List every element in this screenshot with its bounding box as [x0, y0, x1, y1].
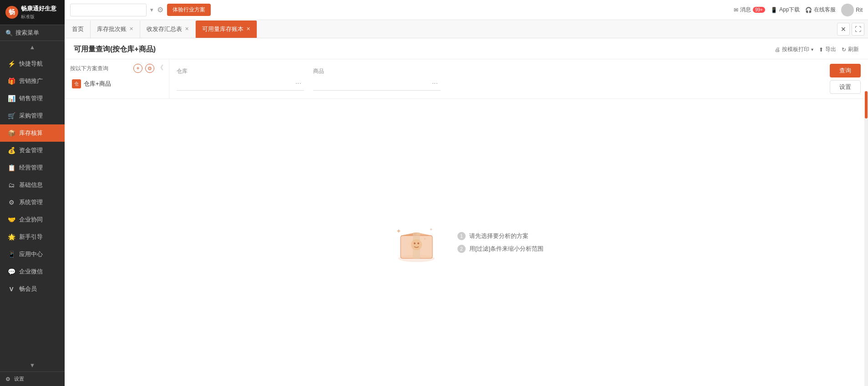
settings-scheme-button[interactable]: ⚙ [145, 64, 154, 73]
add-scheme-button[interactable]: + [133, 64, 142, 73]
username-label: Rit [856, 7, 863, 13]
tab-batch-ledger-label: 库存批次账 [97, 25, 127, 33]
right-scrollbar[interactable] [864, 91, 868, 386]
refresh-label: 刷新 [848, 46, 859, 53]
tip-text-2: 用[过滤]条件来缩小分析范围 [469, 245, 543, 253]
refresh-icon: ↻ [842, 46, 846, 53]
tab-batch-ledger-close[interactable]: ✕ [129, 26, 133, 32]
page-header-actions: 🖨 按模板打印 ▾ ⬆ 导出 ↻ 刷新 [775, 46, 859, 53]
avatar [841, 4, 854, 16]
query-button[interactable]: 查询 [830, 64, 861, 77]
online-service-label: 在线客服 [814, 6, 836, 14]
svg-point-6 [411, 239, 422, 250]
tab-batch-ledger[interactable]: 库存批次账 ✕ [91, 21, 140, 38]
messages-label: 消息 [740, 6, 751, 14]
user-avatar-area[interactable]: Rit [841, 4, 863, 16]
newbie-icon: 🌟 [7, 233, 15, 241]
system-icon: ⚙ [7, 198, 15, 206]
scrollbar-thumb [865, 91, 868, 118]
warehouse-field-input[interactable]: ··· [177, 77, 304, 91]
warehouse-more-button[interactable]: ··· [295, 79, 301, 87]
sidebar-search-button[interactable]: 🔍 搜索菜单 [5, 29, 59, 37]
product-field-input[interactable]: ··· [313, 77, 441, 91]
sidebar-search-area[interactable]: 🔍 搜索菜单 [0, 25, 65, 41]
sidebar-item-wechat[interactable]: 💬 企业微信 [0, 263, 65, 280]
sidebar-item-enterprise[interactable]: 🤝 企业协同 [0, 211, 65, 228]
empty-tip-1: 1 请先选择要分析的方案 [457, 232, 543, 240]
sidebar-item-label: 企业微信 [19, 268, 43, 276]
scheme-label: 按以下方案查询 [70, 65, 108, 72]
sidebar-item-label: 销售管理 [19, 94, 43, 103]
industry-solution-button[interactable]: 体验行业方案 [167, 4, 211, 16]
tip-num-1: 1 [457, 232, 466, 240]
purchase-icon: 🛒 [7, 112, 15, 120]
sidebar-scroll-down[interactable]: ▼ [0, 359, 65, 371]
tab-expand-button[interactable]: ⛶ [852, 23, 864, 36]
filter-settings-button[interactable]: 设置 [830, 80, 861, 94]
sidebar-search-label: 搜索菜单 [15, 29, 39, 37]
sidebar-item-label: 企业协同 [19, 216, 43, 224]
empty-illustration: ✦ ✦ ✦ [389, 215, 444, 270]
sidebar-item-label: 快捷导航 [19, 60, 43, 68]
scheme-item-label: 仓库+商品 [84, 80, 111, 88]
sidebar-item-newbie[interactable]: 🌟 新手引导 [0, 228, 65, 246]
tab-stock-summary-close[interactable]: ✕ [185, 26, 189, 32]
tabs-bar: 首页 库存批次账 ✕ 收发存汇总表 ✕ 可用量库存账本 ✕ ✕ ⛶ [65, 20, 868, 38]
print-dropdown-icon: ▾ [811, 47, 813, 52]
topbar-search-input[interactable] [70, 4, 147, 16]
sidebar-item-apps[interactable]: 📱 应用中心 [0, 246, 65, 263]
tab-home[interactable]: 首页 [68, 21, 91, 38]
print-icon: 🖨 [775, 46, 780, 53]
tab-available-ledger-close[interactable]: ✕ [246, 26, 250, 32]
app-download-button[interactable]: 📱 App下载 [771, 6, 800, 14]
page-content: 可用量查询(按仓库+商品) 🖨 按模板打印 ▾ ⬆ 导出 ↻ 刷新 [65, 38, 868, 386]
sidebar-item-system[interactable]: ⚙ 系统管理 [0, 194, 65, 211]
headset-icon: 🎧 [805, 7, 812, 13]
sidebar-item-purchase[interactable]: 🛒 采购管理 [0, 107, 65, 124]
topbar-breadcrumb [70, 4, 147, 16]
logo-tag: 标准版 [21, 14, 56, 20]
sidebar-item-quick-nav[interactable]: ⚡ 快捷导航 [0, 55, 65, 72]
product-more-button[interactable]: ··· [432, 79, 438, 87]
app-download-label: App下载 [779, 6, 800, 14]
filter-fields-panel: 仓库 ··· 商品 ··· [169, 59, 822, 98]
sidebar-item-finance[interactable]: 💰 资金管理 [0, 142, 65, 159]
collapse-panel-button[interactable]: 《 [157, 64, 163, 73]
quick-nav-icon: ⚡ [7, 60, 15, 68]
tab-stock-summary[interactable]: 收发存汇总表 ✕ [140, 21, 196, 38]
sidebar-item-marketing[interactable]: 🎁 营销推广 [0, 72, 65, 90]
wechat-icon: 💬 [7, 268, 15, 276]
sidebar-item-label: 营销推广 [19, 77, 43, 85]
settings-icon: ⚙ [5, 376, 10, 382]
filter-field-product: 商品 ··· [313, 67, 441, 91]
sidebar-item-inventory[interactable]: 📦 库存核算 [0, 124, 65, 142]
sidebar-item-label: 资金管理 [19, 146, 43, 154]
topbar-actions: ✉ 消息 99+ 📱 App下载 🎧 在线客服 Rit [734, 4, 863, 16]
message-icon: ✉ [734, 7, 738, 13]
sidebar-item-label: 系统管理 [19, 198, 43, 206]
tab-available-ledger-label: 可用量库存账本 [202, 25, 244, 33]
scheme-item-warehouse-product[interactable]: 仓 仓库+商品 [65, 77, 169, 91]
tab-available-ledger[interactable]: 可用量库存账本 ✕ [196, 21, 257, 38]
tab-close-button[interactable]: ✕ [837, 23, 850, 36]
export-icon: ⬆ [819, 46, 823, 53]
svg-text:✦: ✦ [396, 227, 401, 235]
page-header: 可用量查询(按仓库+商品) 🖨 按模板打印 ▾ ⬆ 导出 ↻ 刷新 [65, 38, 868, 59]
online-service-button[interactable]: 🎧 在线客服 [805, 6, 836, 14]
print-template-button[interactable]: 🖨 按模板打印 ▾ [775, 46, 813, 53]
sidebar-item-members[interactable]: V 畅会员 [0, 280, 65, 298]
topbar: ▾ ⚙ 体验行业方案 ✉ 消息 99+ 📱 App下载 🎧 在线客服 Rit [65, 0, 868, 20]
sidebar-item-basic[interactable]: 🗂 基础信息 [0, 176, 65, 194]
messages-button[interactable]: ✉ 消息 99+ [734, 6, 765, 14]
refresh-button[interactable]: ↻ 刷新 [842, 46, 859, 53]
topbar-gear-icon[interactable]: ⚙ [157, 5, 163, 14]
filter-field-warehouse: 仓库 ··· [177, 67, 304, 91]
sidebar-scroll-up[interactable]: ▲ [0, 41, 65, 53]
filter-area: 按以下方案查询 + ⚙ 《 仓 仓库+商品 仓库 [65, 59, 868, 99]
sidebar-item-operation[interactable]: 📋 经营管理 [0, 159, 65, 176]
search-icon: 🔍 [5, 30, 13, 36]
export-button[interactable]: ⬆ 导出 [819, 46, 836, 53]
sidebar-item-sales[interactable]: 📊 销售管理 [0, 90, 65, 107]
logo-icon: 畅 [5, 6, 18, 19]
topbar-dropdown-icon[interactable]: ▾ [150, 6, 153, 13]
